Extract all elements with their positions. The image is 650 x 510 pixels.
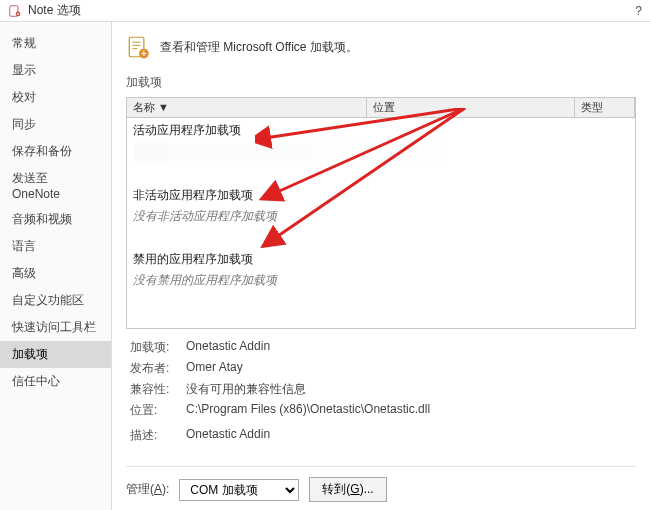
sidebar-item-addins[interactable]: 加载项 [0, 341, 111, 368]
content-pane: 查看和管理 Microsoft Office 加载项。 加载项 名称 ▼ 位置 … [112, 22, 650, 510]
sidebar-item-quick-access[interactable]: 快速访问工具栏 [0, 314, 111, 341]
group-active: 活动应用程序加载项 [127, 118, 635, 163]
footer-controls: 管理(A): COM 加载项 转到(G)... [126, 466, 636, 502]
sidebar-item-advanced[interactable]: 高级 [0, 260, 111, 287]
sidebar-item-audio-video[interactable]: 音频和视频 [0, 206, 111, 233]
sidebar-item-customize-ribbon[interactable]: 自定义功能区 [0, 287, 111, 314]
titlebar: Note 选项 ? [0, 0, 650, 22]
detail-key: 描述: [130, 427, 186, 444]
detail-value: 没有可用的兼容性信息 [186, 381, 306, 398]
detail-row-location: 位置: C:\Program Files (x86)\Onetastic\One… [130, 402, 636, 419]
detail-row-description: 描述: Onetastic Addin [130, 427, 636, 444]
col-header-name[interactable]: 名称 ▼ [127, 98, 367, 117]
sidebar-item-save-backup[interactable]: 保存和备份 [0, 138, 111, 165]
app-icon [8, 4, 22, 18]
manage-label: 管理(A): [126, 481, 169, 498]
detail-row-publisher: 发布者: Omer Atay [130, 360, 636, 377]
detail-value: Onetastic Addin [186, 427, 270, 444]
help-button[interactable]: ? [635, 4, 642, 18]
addins-list[interactable]: 名称 ▼ 位置 类型 活动应用程序加载项 非活动应用程序加载项 没有非活动应用程… [126, 97, 636, 329]
col-header-type[interactable]: 类型 [575, 98, 635, 117]
manage-select[interactable]: COM 加载项 [179, 479, 299, 501]
group-inactive: 非活动应用程序加载项 没有非活动应用程序加载项 [127, 183, 635, 227]
main-area: 常规 显示 校对 同步 保存和备份 发送至 OneNote 音频和视频 语言 高… [0, 22, 650, 510]
sidebar: 常规 显示 校对 同步 保存和备份 发送至 OneNote 音频和视频 语言 高… [0, 22, 112, 510]
sidebar-item-display[interactable]: 显示 [0, 57, 111, 84]
group-active-title: 活动应用程序加载项 [133, 122, 629, 141]
sidebar-item-language[interactable]: 语言 [0, 233, 111, 260]
group-inactive-empty: 没有非活动应用程序加载项 [133, 206, 629, 225]
detail-key: 发布者: [130, 360, 186, 377]
group-disabled: 禁用的应用程序加载项 没有禁用的应用程序加载项 [127, 247, 635, 291]
group-disabled-empty: 没有禁用的应用程序加载项 [133, 270, 629, 289]
detail-key: 加载项: [130, 339, 186, 356]
detail-value: Omer Atay [186, 360, 243, 377]
addins-section-label: 加载项 [126, 74, 636, 91]
sidebar-item-send-onenote[interactable]: 发送至 OneNote [0, 165, 111, 206]
content-header: 查看和管理 Microsoft Office 加载项。 [126, 34, 636, 60]
detail-row-addin: 加载项: Onetastic Addin [130, 339, 636, 356]
window-title: Note 选项 [28, 2, 81, 19]
sidebar-item-general[interactable]: 常规 [0, 30, 111, 57]
addins-list-header: 名称 ▼ 位置 类型 [127, 98, 635, 118]
detail-key: 位置: [130, 402, 186, 419]
content-header-title: 查看和管理 Microsoft Office 加载项。 [160, 39, 358, 56]
detail-row-compat: 兼容性: 没有可用的兼容性信息 [130, 381, 636, 398]
sidebar-item-sync[interactable]: 同步 [0, 111, 111, 138]
col-header-location[interactable]: 位置 [367, 98, 575, 117]
addin-header-icon [126, 34, 152, 60]
list-item[interactable] [133, 143, 629, 161]
detail-value: C:\Program Files (x86)\Onetastic\Onetast… [186, 402, 430, 419]
go-button[interactable]: 转到(G)... [309, 477, 386, 502]
group-disabled-title: 禁用的应用程序加载项 [133, 251, 629, 270]
sidebar-item-trust-center[interactable]: 信任中心 [0, 368, 111, 395]
group-inactive-title: 非活动应用程序加载项 [133, 187, 629, 206]
detail-value: Onetastic Addin [186, 339, 270, 356]
sidebar-item-proofing[interactable]: 校对 [0, 84, 111, 111]
addin-details: 加载项: Onetastic Addin 发布者: Omer Atay 兼容性:… [126, 339, 636, 448]
detail-key: 兼容性: [130, 381, 186, 398]
